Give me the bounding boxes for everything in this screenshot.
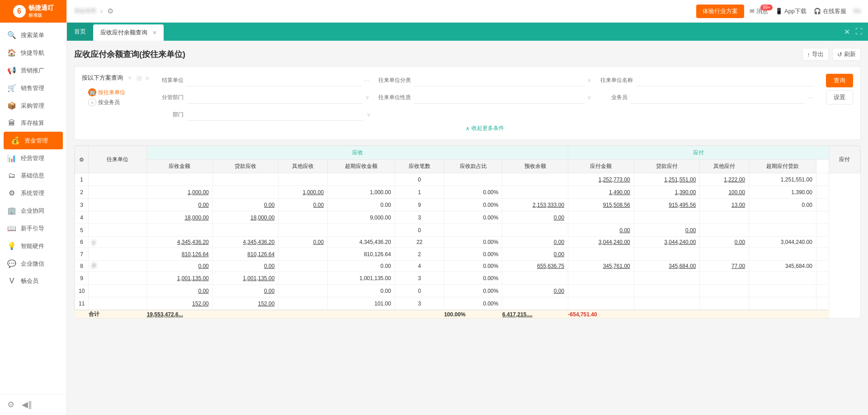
refresh-button[interactable]: ↺ 刷新 (832, 48, 861, 61)
sidebar-item-system[interactable]: ⚙ 系统管理 (0, 184, 66, 202)
sidebar-item-basic-info[interactable]: 🗂 基础信息 (0, 167, 66, 184)
partner-category-chevron[interactable]: ∨ (587, 77, 591, 83)
partner-category-input[interactable] (414, 74, 585, 86)
user-info[interactable]: Rit (854, 8, 861, 14)
sidebar-item-inventory[interactable]: 🏛 库存核算 (0, 114, 66, 132)
ar-loan-header: 贷款应收 (212, 160, 278, 173)
partner-name-input[interactable] (636, 74, 813, 86)
finance-label: 资金管理 (24, 137, 48, 145)
table-row: 4 18,000.0018,000.009,000.0030.00%0.00 (75, 211, 860, 224)
sidebar-item-smart[interactable]: 💡 智能硬件 (0, 237, 66, 255)
table-row: 10 0.000.000.0000.00%0.00 (75, 285, 860, 297)
sidebar: 6 畅捷通叮 标准版 🔍 搜索菜单 🏠 快捷导航 📢 营销推广 🛒 销售管理 📦… (0, 0, 67, 415)
quick-nav-label: 快捷导航 (21, 49, 44, 57)
sidebar-collapse-icon[interactable]: ◀‖ (22, 400, 32, 410)
footer-ap-loan (634, 310, 700, 318)
sidebar-item-operations[interactable]: 📊 经营管理 (0, 149, 66, 167)
dept-input[interactable] (186, 108, 364, 121)
promo-button[interactable]: 体验行业方案 (696, 5, 744, 18)
breadcrumb: 资金管理 ∨ ⚙ (74, 7, 691, 15)
filter-salesperson: 业务员 ··· (600, 91, 813, 104)
partner-nature-input[interactable] (414, 91, 585, 104)
tab-home[interactable]: 首页 (67, 23, 93, 41)
collapse-icon: ∧ (466, 125, 470, 132)
search-icon: 🔍 (7, 31, 16, 39)
tabbar: 首页 应收应付余额查询 × ✕ ⛶ (67, 23, 868, 41)
salesperson-dots[interactable]: ··· (808, 94, 813, 101)
ap-other-header: 其他应付 (700, 160, 749, 173)
filter-settings-icon[interactable]: ◎ (137, 74, 142, 81)
settlement-unit-label: 结算单位 (156, 76, 184, 84)
ap-amount-header: 应付金额 (568, 160, 634, 173)
filter-add-icon[interactable]: ＋ (127, 74, 133, 82)
sidebar-item-member[interactable]: V 畅会员 (0, 272, 66, 290)
collapse-button[interactable]: ∧ 收起更多条件 (156, 124, 813, 132)
settlement-unit-dots[interactable]: ··· (364, 76, 369, 84)
scheme-partner-icon: 🏢 (88, 88, 96, 96)
marketing-icon: 📢 (7, 66, 16, 75)
settlement-unit-input[interactable] (186, 74, 361, 86)
settings-button[interactable]: 设置 (826, 90, 853, 105)
marketing-label: 营销推广 (21, 67, 44, 75)
finance-icon: 💰 (11, 136, 20, 145)
export-button[interactable]: ↑ 导出 (802, 48, 829, 61)
footer-ar-count (395, 310, 444, 318)
managing-dept-chevron[interactable]: ∨ (365, 94, 369, 100)
app-download-button[interactable]: 📱 App下载 (775, 7, 807, 15)
service-button[interactable]: 🎧 在线客服 (814, 7, 846, 15)
filter-managing-dept: 分管部门 ∨ (156, 91, 369, 104)
sidebar-nav: 🔍 搜索菜单 🏠 快捷导航 📢 营销推广 🛒 销售管理 📦 采购管理 🏛 库存核… (0, 23, 66, 394)
filter-arrow-icon[interactable]: « (146, 74, 149, 81)
dept-chevron[interactable]: ∨ (367, 111, 371, 118)
scheme-by-salesperson[interactable]: ○ 按业务员 (85, 97, 123, 107)
quick-nav-icon: 🏠 (7, 48, 16, 57)
filter-partner-nature: 往来单位性质 ∨ (378, 91, 591, 104)
query-button[interactable]: 查询 (826, 74, 853, 87)
partner-header: 往来单位 (89, 146, 147, 173)
table-settings-header[interactable]: ⚙ (75, 146, 89, 173)
sidebar-item-finance[interactable]: 💰 资金管理 (4, 132, 63, 149)
topbar-gear-icon[interactable]: ⚙ (107, 7, 113, 15)
filter-partner-name: 往来单位名称 (600, 74, 813, 86)
sidebar-item-sales[interactable]: 🛒 销售管理 (0, 79, 66, 97)
app-label: App下载 (784, 7, 807, 15)
sidebar-item-search[interactable]: 🔍 搜索菜单 (0, 26, 66, 44)
footer-ar-amount: 19,553,472,6... (147, 310, 213, 318)
system-label: 系统管理 (21, 189, 44, 197)
message-badge: 99+ (760, 5, 773, 10)
tab-ar-query[interactable]: 应收应付余额查询 × (93, 24, 164, 41)
refresh-icon: ↺ (837, 51, 842, 58)
tabbar-close-icon[interactable]: ✕ (844, 28, 850, 36)
tab-close-icon[interactable]: × (153, 29, 156, 36)
main-content: 应收应付余额查询(按往来单位) ↑ 导出 ↺ 刷新 按以下方案查询 ＋ ◎ « (67, 41, 868, 415)
sidebar-settings-icon[interactable]: ⚙ (7, 400, 14, 410)
sales-label: 销售管理 (21, 84, 44, 92)
sidebar-item-wechat[interactable]: 💬 企业微信 (0, 255, 66, 272)
footer-label: 合计 (89, 310, 147, 318)
scheme-by-partner[interactable]: 🏢 按往来单位 (85, 87, 128, 97)
partner-nature-chevron[interactable]: ∨ (587, 94, 591, 100)
export-label: 导出 (812, 50, 824, 58)
sidebar-item-enterprise[interactable]: 🏢 企业协同 (0, 202, 66, 219)
footer-ap-overdue (749, 310, 816, 318)
export-icon: ↑ (807, 51, 811, 58)
ar-amount-header: 应收金额 (147, 160, 213, 173)
collapse-label: 收起更多条件 (472, 124, 504, 132)
managing-dept-input[interactable] (186, 91, 363, 104)
sidebar-item-quick-nav[interactable]: 🏠 快捷导航 (0, 44, 66, 62)
salesperson-input[interactable] (630, 91, 805, 104)
sidebar-item-marketing[interactable]: 📢 营销推广 (0, 62, 66, 79)
footer-ap-other (700, 310, 749, 318)
topbar-path-text: 资金管理 (74, 7, 96, 15)
tabbar-expand-icon[interactable]: ⛶ (855, 28, 863, 36)
ar-prepay-header: 预收余额 (502, 160, 568, 173)
ap-overdue-header: 超期应付货款 (749, 160, 816, 173)
table-row: 5 00.000.00 (75, 224, 860, 237)
inventory-icon: 🏛 (7, 119, 16, 127)
filter-schemes-2: ○ 按业务员 (85, 97, 149, 107)
message-button[interactable]: ✉ 消息 99+ (750, 7, 768, 15)
sidebar-item-purchase[interactable]: 📦 采购管理 (0, 97, 66, 114)
filter-row-2: 分管部门 ∨ 往来单位性质 ∨ 业务员 ··· (156, 91, 813, 104)
sidebar-item-guide[interactable]: 📖 新手引导 (0, 219, 66, 237)
managing-dept-label: 分管部门 (156, 94, 184, 101)
